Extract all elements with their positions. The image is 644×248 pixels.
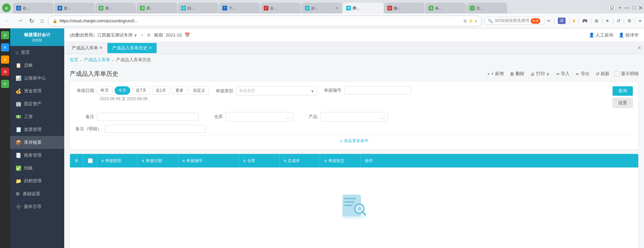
home-button[interactable]: ⌂ <box>38 17 46 25</box>
note-filter-input[interactable] <box>97 113 198 121</box>
address-bar[interactable]: 🔒 https://cloud.chanjet.com/accounting/u… <box>48 16 482 26</box>
table-cost-column[interactable]: ⇅ 总成本 <box>280 154 320 167</box>
browser-tab-7[interactable]: C 企... <box>260 3 301 14</box>
browser-tab-1[interactable]: 在 在... <box>13 3 53 14</box>
date-yesterday-btn[interactable]: 昨天 <box>97 86 113 95</box>
import-button[interactable]: ⇒ 导入 <box>554 70 571 77</box>
date-custom-btn[interactable]: 自定义 <box>189 86 209 95</box>
browser-tab-11[interactable]: 各 各... <box>425 3 466 14</box>
sidebar-item-settle[interactable]: ✅ 结账 <box>10 162 64 175</box>
table-type-column[interactable]: ⇅ 单据类型 <box>97 154 138 167</box>
table-status-column[interactable]: ⇅ 单据状态 <box>320 154 361 167</box>
table-number-column[interactable]: ⇅ 单据编号 <box>178 154 239 167</box>
company-settings-icon[interactable]: ⚙ <box>147 32 151 38</box>
sidebar-app-icon-5[interactable]: ✉ <box>1 80 9 88</box>
sidebar-item-inventory[interactable]: 📦 库存核算 <box>10 136 64 149</box>
inner-tab-bar-close-icon[interactable]: ✕ <box>638 45 641 50</box>
sidebar-item-salary[interactable]: 💵 工资 <box>10 110 64 123</box>
sidebar-item-report[interactable]: 📊 云报表中心 <box>10 72 64 85</box>
table-checkbox-column[interactable] <box>84 154 97 167</box>
apps-grid-icon[interactable]: ⊞ <box>595 18 598 23</box>
type-filter-select[interactable]: 单据类型 ∨ <box>236 86 317 95</box>
table-settings-column[interactable]: ⚙ <box>70 154 84 167</box>
company-selector[interactable]: (勿删勿禁用）江西服宝测试专用 ∨ <box>70 32 137 38</box>
browser-tab-10[interactable]: M 畅... <box>384 3 425 14</box>
yuan-icon[interactable]: ¥ <box>573 18 575 23</box>
browser-tab-9[interactable]: 腾 腾... <box>343 3 383 14</box>
nav-more-icon[interactable]: ≡ <box>639 18 641 23</box>
inner-tab-voucher-history[interactable]: 产成品入库单历史 ✕ <box>108 43 157 53</box>
product-filter-dots-icon: ... <box>380 114 385 120</box>
customer-service-button[interactable]: 👤 人工咨询 <box>589 32 613 38</box>
period-selector[interactable]: 账期 2021-10 📅 <box>154 32 190 38</box>
date-more-btn[interactable]: 更多 <box>172 86 187 95</box>
date-7days-btn[interactable]: 近7天 <box>132 86 150 95</box>
date-filter-group: 昨天 今天 近7天 近1月 更多 自定义 <box>97 86 209 95</box>
collapse-filter-button[interactable]: ∧ 收起更多条件 <box>75 136 633 144</box>
search-bar[interactable]: 🔍 360智能抠图免费用 热搜 <box>484 17 545 25</box>
user-profile-button[interactable]: 👤 徐泽华 <box>619 32 639 38</box>
date-1month-btn[interactable]: 近1月 <box>152 86 170 95</box>
sidebar-item-basic[interactable]: ⚙ 基础设置 <box>10 187 64 200</box>
print-button[interactable]: 🖨 打印 ∨ <box>529 70 551 77</box>
sidebar-app-icon-4[interactable]: 微 <box>1 68 9 76</box>
add-button[interactable]: + + 新增 <box>486 70 505 77</box>
table-date-column[interactable]: ⇅ 单据日期 <box>138 154 178 167</box>
browser-tab-8[interactable]: 好 好... ✕ <box>302 3 342 14</box>
filter-settings-button[interactable]: 设置 <box>613 98 633 108</box>
sidebar-item-tax[interactable]: 📑 税务管理 <box>10 149 64 162</box>
delete-button[interactable]: 🗑 删除 <box>508 70 526 77</box>
tab-bar: e 在 在... 新 新... 易 易... 易 易... <box>0 0 644 14</box>
minimize-button[interactable]: — <box>623 4 631 12</box>
back-button[interactable]: ← <box>3 17 13 25</box>
close-window-button[interactable]: ✕ <box>637 4 644 12</box>
table-type-column-label: 单据类型 <box>105 158 121 164</box>
sidebar-item-new[interactable]: ➕ 新年引导 <box>10 200 64 213</box>
refresh-button[interactable]: ↺ 刷新 <box>594 70 611 77</box>
date-today-btn[interactable]: 今天 <box>115 86 130 95</box>
sidebar-item-fund[interactable]: 💰 资金管理 <box>10 85 64 97</box>
browser-tab-5[interactable]: 好 好... <box>178 3 218 14</box>
tab-8-close-icon[interactable]: ✕ <box>335 6 339 10</box>
nav-settings-icon[interactable]: ⚙ <box>627 18 631 23</box>
inner-tab-voucher-history-close-icon[interactable]: ✕ <box>149 46 152 50</box>
product-filter-select[interactable]: ... <box>320 112 388 121</box>
sidebar-item-invoice[interactable]: 🧾 发票管理 <box>10 123 64 136</box>
sidebar-app-icon-1[interactable]: 好 <box>1 31 9 39</box>
show-columns-toggle[interactable]: 显示明细 <box>614 71 639 77</box>
number-filter-input[interactable] <box>344 86 412 94</box>
browser-tab-12[interactable]: S 目... <box>467 3 507 14</box>
scissors-icon[interactable]: ✂ <box>547 18 551 23</box>
refresh-button[interactable]: ↻ <box>27 17 36 25</box>
query-button[interactable]: 查询 <box>613 86 633 96</box>
breadcrumb-voucher-list[interactable]: 产成品入库单 <box>84 57 110 63</box>
show-columns-checkbox[interactable] <box>614 71 620 76</box>
inner-tab-voucher-list-close-icon[interactable]: ✕ <box>99 46 102 50</box>
sidebar-item-home[interactable]: ⌂ 首页 <box>10 46 64 59</box>
browser-tab-2[interactable]: 新 新... <box>54 3 95 14</box>
new-tab-button[interactable]: + <box>617 4 623 12</box>
sidebar-item-fixed[interactable]: 🏢 固定资产 <box>10 97 64 110</box>
maximize-button[interactable]: □ <box>631 4 637 12</box>
sidebar-app-icon-3[interactable]: ★ <box>1 55 9 64</box>
undo-icon[interactable]: ↺ <box>617 18 620 23</box>
browser-tab-3[interactable]: 易 易... <box>95 3 136 14</box>
brightness-icon[interactable]: ☀ <box>605 18 610 23</box>
sidebar-app-icon-2[interactable]: ⊞ <box>1 43 9 51</box>
sidebar-item-archive[interactable]: 📁 归档管理 <box>10 175 64 187</box>
browser-tab-4[interactable]: 易 易... <box>137 3 177 14</box>
select-all-checkbox[interactable] <box>88 158 93 163</box>
add-company-button[interactable]: + <box>141 32 143 38</box>
inner-tab-voucher-list[interactable]: 产成品入库单 ✕ <box>67 43 108 53</box>
translate-icon[interactable]: 译 <box>558 18 566 24</box>
detail-note-filter-input[interactable] <box>104 125 206 133</box>
warehouse-filter-select[interactable]: ... <box>225 112 293 121</box>
page-title: 产成品入库单历史 <box>70 70 118 78</box>
sidebar-item-ledger[interactable]: 📋 总账 <box>10 59 64 72</box>
browser-tab-6[interactable]: 个 个... <box>219 3 260 14</box>
breadcrumb-home[interactable]: 首页 <box>70 57 78 63</box>
table-warehouse-column[interactable]: ⇅ 仓库 <box>239 154 280 167</box>
gamepad-icon[interactable]: 🎮 <box>582 18 588 23</box>
export-button[interactable]: ⇐ 导出 <box>574 70 591 77</box>
forward-button[interactable]: → <box>15 17 25 25</box>
